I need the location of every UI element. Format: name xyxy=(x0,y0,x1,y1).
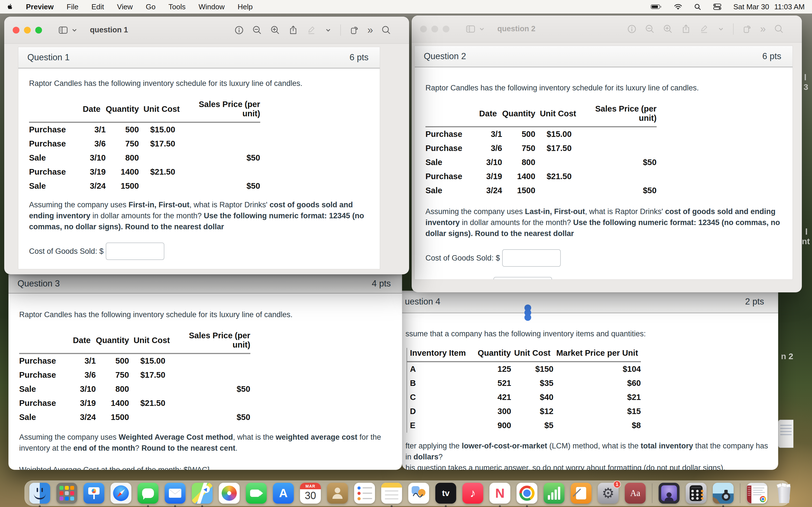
table-cell: Purchase xyxy=(29,122,78,137)
inventory-table: DateQuantityUnit CostSales Price (per un… xyxy=(425,104,657,198)
question2-titlebar[interactable]: question 2 » xyxy=(412,15,802,43)
dock-item-calendar[interactable]: MAR 30 xyxy=(300,483,321,504)
dock-item-finder[interactable] xyxy=(29,483,50,504)
dock-item-tv[interactable]: tv xyxy=(435,483,456,504)
search-icon[interactable] xyxy=(774,24,784,34)
dock-item-maps[interactable] xyxy=(192,483,213,504)
table-cell: Purchase xyxy=(29,165,78,179)
dock-item-pages[interactable] xyxy=(571,483,592,504)
toolbar-overflow-icon[interactable]: » xyxy=(760,23,766,35)
zoom-in-icon[interactable] xyxy=(663,24,673,34)
q1-cogs-input[interactable] xyxy=(106,242,164,260)
contacts-icon xyxy=(327,483,348,504)
zoom-button[interactable] xyxy=(35,27,42,34)
control-center-icon[interactable] xyxy=(713,3,721,10)
menu-item-view[interactable]: View xyxy=(117,3,133,11)
dock-item-photobooth[interactable] xyxy=(659,483,679,504)
dock-item-contacts[interactable] xyxy=(327,483,348,504)
dock-item-keynote[interactable] xyxy=(84,483,104,504)
question1-titlebar[interactable]: question 1 » xyxy=(4,17,409,44)
dock-item-notes[interactable] xyxy=(381,483,402,504)
window-question-2: question 2 » Question 2 6 pts Raptor Can… xyxy=(412,15,802,292)
text-segment: in dollar amounts for the month? xyxy=(91,212,204,220)
menu-item-preview[interactable]: Preview xyxy=(26,3,54,11)
minimize-button[interactable] xyxy=(432,25,438,33)
keynote-icon xyxy=(84,483,104,504)
table-row: C421$40$21 xyxy=(407,390,641,404)
dock-item-freeform[interactable] xyxy=(408,483,429,504)
dock-item-messages[interactable] xyxy=(138,483,158,504)
dock-item-facetime[interactable] xyxy=(246,483,267,504)
running-indicator xyxy=(39,505,41,507)
share-icon[interactable] xyxy=(289,25,298,35)
spotlight-search-icon[interactable] xyxy=(694,3,701,10)
zoom-button[interactable] xyxy=(443,25,449,33)
text-segment: total inventory xyxy=(641,442,693,450)
table-cell: Purchase xyxy=(425,127,474,142)
table-cell: 1400 xyxy=(96,396,129,410)
zoom-out-icon[interactable] xyxy=(252,25,262,35)
minimize-button[interactable] xyxy=(24,27,31,34)
dock-item-launchpad[interactable] xyxy=(56,483,77,504)
share-icon[interactable] xyxy=(681,24,691,34)
dock-item-music[interactable]: ♪ xyxy=(462,483,483,504)
dock-item-preview[interactable] xyxy=(713,483,733,504)
q2-cogs-input[interactable] xyxy=(502,249,561,267)
info-icon[interactable] xyxy=(234,25,244,35)
q2-ending-inventory-input[interactable] xyxy=(493,277,552,280)
dock-item-reminders[interactable] xyxy=(354,483,375,504)
info-icon[interactable] xyxy=(627,24,637,34)
table-row: Sale3/241500$50 xyxy=(425,184,657,198)
markup-icon[interactable] xyxy=(306,25,316,35)
markup-chevron-icon[interactable] xyxy=(324,26,332,34)
question2-points: 6 pts xyxy=(762,51,781,61)
menu-item-help[interactable]: Help xyxy=(238,3,253,11)
close-button[interactable] xyxy=(13,27,19,34)
wifi-icon[interactable] xyxy=(674,3,682,10)
dock-item-calculator[interactable] xyxy=(686,483,707,504)
table-cell xyxy=(179,396,250,410)
dock-item-appstore[interactable]: A xyxy=(273,483,294,504)
background-text-fragment: l xyxy=(805,227,808,237)
running-indicator xyxy=(722,505,724,507)
menu-item-tools[interactable]: Tools xyxy=(168,3,186,11)
rotate-icon[interactable] xyxy=(349,25,359,35)
markup-chevron-icon[interactable] xyxy=(717,25,725,33)
table-cell: $50 xyxy=(585,156,657,170)
dock-item-numbers[interactable] xyxy=(544,483,564,504)
background-text-fragment: l xyxy=(804,73,806,82)
toolbar-overflow-icon[interactable]: » xyxy=(367,24,373,36)
dock-item-photos[interactable] xyxy=(219,483,240,504)
dock-item-settings[interactable]: 1 ⚙ xyxy=(598,483,619,504)
dock-item-mail[interactable] xyxy=(165,483,186,504)
sidebar-chevron-icon[interactable] xyxy=(71,26,78,34)
markup-icon[interactable] xyxy=(699,24,709,34)
sidebar-chevron-icon[interactable] xyxy=(478,25,486,33)
dock-item-dictionary[interactable]: Aa xyxy=(625,483,646,504)
question1-text: Assuming the company uses First-in, Firs… xyxy=(29,200,374,232)
sidebar-toggle-icon[interactable] xyxy=(58,25,68,35)
search-icon[interactable] xyxy=(382,25,391,35)
dock-item-safari[interactable] xyxy=(110,483,132,504)
table-header-cell: Date xyxy=(68,330,96,353)
sidebar-toggle-icon[interactable] xyxy=(466,24,475,34)
close-button[interactable] xyxy=(420,25,427,33)
menu-clock[interactable]: Sat Mar 30 11:03 AM xyxy=(733,3,805,11)
apple-menu-icon[interactable] xyxy=(7,3,13,10)
drag-handle-dots-icon[interactable] xyxy=(524,306,531,321)
dock-item-minimized-chrome-window[interactable] xyxy=(747,483,767,504)
rotate-icon[interactable] xyxy=(742,24,752,34)
background-text-fragment: nt xyxy=(802,237,810,246)
battery-icon[interactable] xyxy=(651,4,662,10)
dock-item-news[interactable]: N xyxy=(490,483,510,504)
menu-item-window[interactable]: Window xyxy=(199,3,224,11)
trash-icon xyxy=(774,483,795,504)
menu-item-go[interactable]: Go xyxy=(146,3,156,11)
menu-item-file[interactable]: File xyxy=(66,3,79,11)
zoom-out-icon[interactable] xyxy=(645,24,655,34)
dock-item-trash[interactable] xyxy=(774,483,795,504)
dock-item-chrome[interactable] xyxy=(516,483,538,504)
zoom-in-icon[interactable] xyxy=(270,25,280,35)
table-header-cell: Quantity xyxy=(477,348,511,362)
menu-item-edit[interactable]: Edit xyxy=(91,3,104,11)
